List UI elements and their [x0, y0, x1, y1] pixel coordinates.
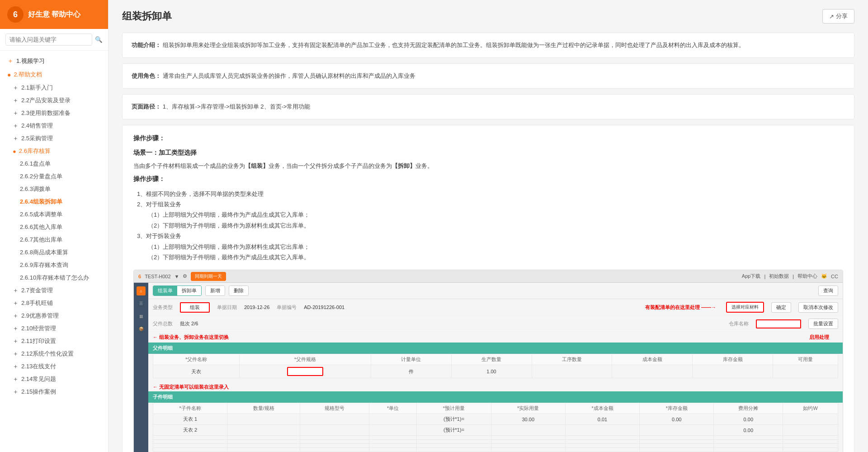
expand-icon: ＋: [7, 57, 14, 65]
ss-lower-section-label: 子件明细: [153, 394, 173, 400]
ss-btn-disassembly[interactable]: 拆卸单: [177, 286, 201, 295]
ss-th-avail: 可用量: [773, 354, 838, 365]
ss-btn-new[interactable]: 新增: [205, 285, 225, 296]
ss-form-row: 业务类型 组装 单据日期 2019-12-26 单据编号 AD-20191226…: [148, 299, 843, 316]
sidebar-item-newbie[interactable]: ＋ 2.1新手入门: [13, 81, 108, 94]
sidebar-item-online[interactable]: ＋ 2.13在线支付: [13, 360, 108, 373]
sidebar-item-partial[interactable]: 2.6.2分量盘点单: [20, 170, 108, 183]
ss-lower-annotation-row: ← 无固定清单可以组装在这里录入: [148, 382, 843, 391]
ss-test-id: TEST-H002: [145, 274, 170, 279]
ss-upper-table-wrap: *父件名称 *父件规格 计量单位 生产数量 工序数量 成本金额 库存金额 可用量: [148, 354, 843, 382]
ss-td-stock-val: [693, 365, 773, 378]
sidebar-item-cost[interactable]: 2.6.5成本调整单: [20, 208, 108, 221]
ss-nav-inventory[interactable]: 📦: [137, 324, 146, 333]
ss-td-spec[interactable]: [240, 365, 371, 378]
ss-lower-table: *子件名称 数量/规格 规格型号 *单位 *预计用量 *实际用量 *成本金额 *…: [153, 403, 838, 452]
sidebar-item-data[interactable]: ＋ 2.3使用前数据准备: [13, 107, 108, 119]
sidebar-item-goodscost[interactable]: 2.6.8商品成本重算: [20, 246, 108, 259]
ss-th-spec: *父件规格: [240, 354, 371, 365]
sidebar-item-video[interactable]: ＋ 1.视频学习: [0, 54, 108, 68]
search-button[interactable]: 🔍: [95, 36, 103, 43]
ss-nav-goods[interactable]: ▦: [137, 312, 146, 321]
sidebar-item-assembly[interactable]: 2.6.4组装拆卸单: [20, 195, 108, 208]
ss-th-cost: 成本金额: [612, 354, 693, 365]
ss-ltd-other-2: [783, 425, 838, 436]
role-intro-text: 通常由生产人员或库管人员完成拆装业务的操作，库管人员确认原材料的出库和产成品的入…: [163, 72, 415, 79]
table-row: 天衣 2 (预计*1)= 0.00: [153, 425, 838, 436]
step-3-sub-1: （1）上部明细为父件明细，最终作为原材料生成其它出库单；: [148, 242, 843, 252]
operation-steps-title: 操作步骤：: [133, 134, 843, 143]
path-intro-text: 1、库存核算->库存管理->组装拆卸单 2、首页->常用功能: [163, 103, 311, 110]
ss-td-name: 天衣: [153, 365, 240, 378]
sidebar-item-custom[interactable]: ＋ 2.12系统个性化设置: [13, 347, 108, 360]
ss-td-cost: [612, 365, 693, 378]
table-row: 天衣 件 1.00: [153, 365, 838, 378]
ss-type-value[interactable]: 组装: [180, 302, 210, 313]
ss-th-unit: 计量单位: [371, 354, 451, 365]
sidebar-item-help[interactable]: ● 2.帮助文档: [0, 68, 108, 81]
search-input[interactable]: [5, 33, 92, 46]
ss-ltd-unit-2: [369, 425, 417, 436]
help-subnav: ＋ 2.1新手入门 ＋ 2.2产品安装及登录 ＋ 2.3使用前数据准备 ＋ 2.…: [0, 81, 108, 398]
sidebar-item-outother[interactable]: 2.6.7其他出库单: [20, 233, 108, 246]
ss-lower-table-wrap: *子件名称 数量/规格 规格型号 *单位 *预计用量 *实际用量 *成本金额 *…: [148, 403, 843, 452]
sidebar-item-mobile[interactable]: ＋ 2.8手机旺铺: [13, 297, 108, 309]
ss-lth-cost: *成本金额: [565, 403, 639, 414]
ss-btn-cancel-form[interactable]: 取消本次修改: [798, 302, 838, 313]
sidebar-item-operation[interactable]: ＋ 2.10经营管理: [13, 322, 108, 335]
ss-btn-query[interactable]: 查询: [818, 285, 838, 296]
sidebar-item-adjust[interactable]: 2.6.3调拨单: [20, 183, 108, 195]
ss-warehouse-input[interactable]: [756, 319, 801, 328]
role-intro-card: 使用角色： 通常由生产人员或库管人员完成拆装业务的操作，库管人员确认原材料的出库…: [122, 63, 854, 89]
ss-lth-qty-spec: 数量/规格: [227, 403, 300, 414]
function-intro-label: 功能介绍：: [132, 42, 161, 48]
ss-lth-plan-qty: *预计用量: [417, 403, 491, 414]
sidebar-item-print[interactable]: ＋ 2.11打印设置: [13, 335, 108, 347]
ss-ltd-cost-2: [565, 425, 639, 436]
ss-btn-delete[interactable]: 删除: [229, 285, 249, 296]
ss-ltd-cost-1: 0.01: [565, 414, 639, 425]
annotation-type-switch: ← 组装业务、拆卸业务在这里切换: [153, 334, 229, 341]
share-button[interactable]: ↗ 分享: [822, 9, 854, 24]
ss-btn-period[interactable]: 同期到期一天: [191, 272, 226, 281]
sidebar-item-wrongaccount[interactable]: 2.6.10库存账本错了怎么办: [20, 271, 108, 284]
sidebar-item-sales[interactable]: ＋ 2.4销售管理: [13, 119, 108, 132]
ss-spec-input[interactable]: [287, 367, 323, 376]
step-1: 1、根据不同的业务，选择不同单据的类型来处理: [137, 189, 843, 199]
ss-initial-data: 初始数据: [769, 273, 789, 280]
search-bar[interactable]: 🔍: [0, 29, 108, 51]
ss-btn-select-bom[interactable]: 选择对应材料: [726, 302, 764, 313]
ss-nav-order[interactable]: ☰: [137, 299, 146, 308]
sidebar-item-stocktake[interactable]: 2.6.1盘点单: [20, 157, 108, 170]
ss-warehouse-label: 仓库名称: [729, 320, 749, 327]
ss-nav-home[interactable]: ⌂: [137, 286, 146, 295]
sidebar-item-inventory[interactable]: ● 2.6库存核算: [13, 145, 108, 157]
sidebar-item-install[interactable]: ＋ 2.2产品安装及登录: [13, 94, 108, 107]
ss-type-toggle[interactable]: 组装单 拆卸单: [153, 285, 202, 296]
function-intro-card: 功能介绍： 组装拆卸单用来处理企业组装或拆卸等加工业务，支持有固定装配清单的产品…: [122, 33, 854, 58]
annotation-no-bom: ← 无固定清单可以组装在这里录入: [153, 384, 229, 390]
ss-ltd-plan-2: (预计*1)=: [417, 425, 491, 436]
sidebar-item-case[interactable]: ＋ 2.15操作案例: [13, 385, 108, 398]
ss-lth-stock-val: *库存金额: [640, 403, 714, 414]
content-body: 操作步骤： 场景一：加工类型选择 当由多个子件材料组装成一个成品的业务为【组装】…: [122, 125, 854, 452]
ss-td-avail: [773, 365, 838, 378]
ss-lth-actual-qty: *实际用量: [491, 403, 565, 414]
sidebar-item-stockcheck[interactable]: 2.6.9库存账本查询: [20, 259, 108, 271]
sidebar-item-finance[interactable]: ＋ 2.7资金管理: [13, 284, 108, 297]
inventory-subnav: 2.6.1盘点单 2.6.2分量盘点单 2.6.3调拨单 2.6.4组装拆卸单 …: [13, 157, 108, 284]
ss-ltd-actual-2: [491, 425, 565, 436]
sidebar-item-purchase[interactable]: ＋ 2.5采购管理: [13, 132, 108, 145]
ss-content-area: 组装单 拆卸单 新增 删除 查询 业务类型 组装 单据日期: [148, 283, 843, 452]
collapse-icon: ●: [7, 71, 11, 78]
sidebar-item-coupon[interactable]: ＋ 2.9优惠券管理: [13, 309, 108, 322]
ss-main-area: ⌂ ☰ ▦ 📦 组装单 拆卸单 新增 删除: [134, 283, 843, 452]
ss-ltd-other-1: [783, 414, 838, 425]
ss-btn-set-warehouse[interactable]: 批量设置: [808, 319, 838, 329]
function-intro-text: 组装拆卸单用来处理企业组装或拆卸等加工业务，支持有固定装配清单的产品加工业务，也…: [163, 42, 745, 48]
ss-btn-confirm[interactable]: 确定: [771, 302, 791, 313]
sidebar-item-inother[interactable]: 2.6.6其他入库单: [20, 221, 108, 233]
ss-btn-assembly[interactable]: 组装单: [153, 286, 177, 295]
sidebar-item-faq[interactable]: ＋ 2.14常见问题: [13, 373, 108, 385]
ss-lth-model: 规格型号: [300, 403, 369, 414]
